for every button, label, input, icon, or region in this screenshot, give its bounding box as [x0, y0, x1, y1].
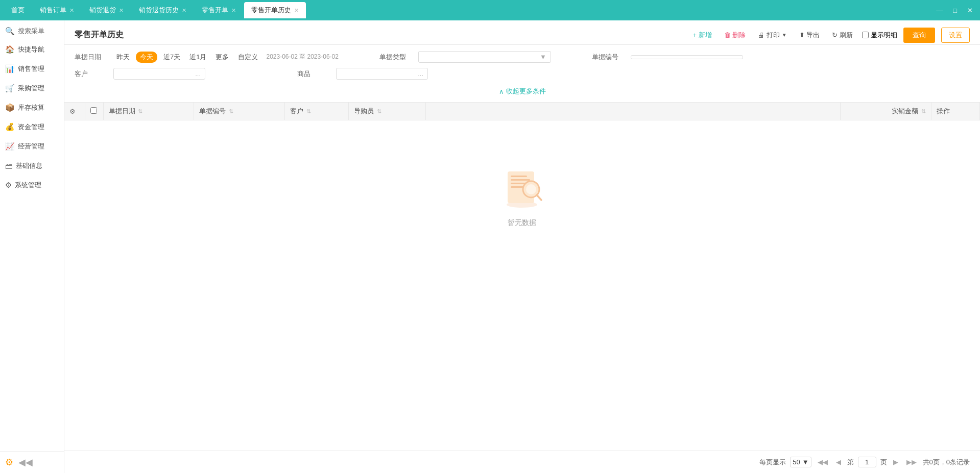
filter-row-2: 客户 ... 商品 ...: [75, 68, 970, 80]
sidebar-item-label: 库存核算: [18, 103, 44, 112]
print-button[interactable]: 🖨 打印 ▼: [755, 29, 790, 42]
per-page-label: 每页显示: [759, 458, 786, 467]
customer-filter-input[interactable]: ...: [113, 68, 205, 80]
sidebar-item-label: 销售管理: [18, 64, 44, 73]
page-number-input[interactable]: [858, 457, 876, 467]
display-detail-checkbox[interactable]: [862, 32, 869, 38]
customer-sort-icon[interactable]: ⇅: [306, 108, 311, 114]
billno-filter-input[interactable]: [631, 55, 743, 59]
sidebar-item-sales-mgmt[interactable]: 📊 销售管理: [0, 59, 64, 79]
th-amount: 实销金额 ⇅: [840, 103, 931, 120]
empty-illustration: [496, 161, 547, 212]
add-button[interactable]: + 新增: [689, 29, 714, 42]
sidebar-item-label: 快捷导航: [18, 45, 44, 54]
sidebar-item-inventory[interactable]: 📦 库存核算: [0, 98, 64, 117]
sidebar-search[interactable]: 🔍 搜索采单: [0, 22, 64, 40]
th-spacer: [426, 103, 840, 120]
delete-button[interactable]: 🗑 删除: [721, 29, 749, 42]
sidebar-item-quick-nav[interactable]: 🏠 快捷导航: [0, 40, 64, 59]
tab-close-retail-open-history[interactable]: ✕: [294, 7, 299, 14]
settings-bottom-icon[interactable]: ⚙: [5, 457, 13, 468]
th-date: 单据日期 ⇅: [103, 103, 194, 120]
page-suffix-label: 页: [880, 458, 887, 467]
tab-home[interactable]: 首页: [4, 2, 32, 18]
main-layout: 🔍 搜索采单 🏠 快捷导航 📊 销售管理 🛒 采购管理 📦 库存核算 💰 资金管…: [0, 20, 980, 473]
tab-sales-return-history[interactable]: 销货退货历史 ✕: [132, 2, 194, 18]
collapse-sidebar-button[interactable]: ◀◀: [18, 457, 33, 468]
filter-area: 单据日期 昨天 今天 近7天 近1月 更多 自定义 2023-06-02 至 2…: [64, 45, 980, 103]
billno-sort-icon[interactable]: ⇅: [229, 108, 233, 114]
per-page-select[interactable]: 50 ▼: [790, 457, 811, 467]
prev-page-button[interactable]: ◀: [834, 457, 843, 467]
collapse-filter-button[interactable]: ∧ 收起更多条件: [75, 85, 970, 98]
system-icon: ⚙: [5, 181, 12, 190]
select-all-checkbox[interactable]: [90, 107, 97, 114]
tab-bar: 首页 销售订单 ✕ 销货退货 ✕ 销货退货历史 ✕ 零售开单 ✕ 零售开单历史 …: [0, 0, 980, 20]
export-button[interactable]: ⬆ 导出: [796, 29, 823, 42]
tab-close-sales-return-history[interactable]: ✕: [182, 7, 186, 14]
date-7days[interactable]: 近7天: [160, 52, 183, 63]
customer-input-dots: ...: [195, 70, 201, 78]
th-check[interactable]: [85, 103, 103, 120]
next-page-button[interactable]: ▶: [891, 457, 900, 467]
th-customer: 客户 ⇅: [285, 103, 349, 120]
close-button[interactable]: ✕: [964, 6, 976, 15]
first-page-button[interactable]: ◀◀: [816, 457, 830, 467]
amount-sort-icon[interactable]: ⇅: [921, 108, 926, 114]
print-arrow-icon: ▼: [782, 32, 787, 38]
th-guide: 导购员 ⇅: [349, 103, 426, 120]
date-range-display: 2023-06-02 至 2023-06-02: [266, 53, 338, 61]
guide-sort-icon[interactable]: ⇅: [377, 108, 381, 114]
sidebar-item-label: 基础信息: [16, 161, 42, 170]
table-header-row: ⚙ 单据日期 ⇅ 单据编号 ⇅: [64, 103, 980, 120]
sidebar-item-system-mgmt[interactable]: ⚙ 系统管理: [0, 176, 64, 195]
th-settings[interactable]: ⚙: [64, 103, 85, 120]
tab-sales-order[interactable]: 销售订单 ✕: [33, 2, 81, 18]
per-page-arrow-icon: ▼: [802, 458, 809, 466]
maximize-button[interactable]: □: [950, 6, 960, 15]
sidebar-bottom: ⚙ ◀◀: [0, 451, 64, 473]
tab-sales-return[interactable]: 销货退货 ✕: [82, 2, 131, 18]
setting-button[interactable]: 设置: [941, 28, 970, 43]
date-1month[interactable]: 近1月: [186, 52, 209, 63]
empty-state-row: 暂无数据: [64, 120, 980, 269]
svg-rect-3: [511, 179, 530, 181]
query-button[interactable]: 查询: [903, 28, 935, 43]
tab-close-retail-open[interactable]: ✕: [231, 7, 236, 14]
goods-filter-input[interactable]: ...: [336, 68, 428, 80]
sidebar-item-operations[interactable]: 📈 经营管理: [0, 137, 64, 156]
date-more[interactable]: 更多: [212, 52, 232, 63]
sidebar-item-label: 系统管理: [15, 181, 41, 190]
goods-input-dots: ...: [418, 70, 423, 78]
empty-state: 暂无数据: [64, 120, 980, 268]
table-wrap: ⚙ 单据日期 ⇅ 单据编号 ⇅: [64, 103, 980, 451]
th-action: 操作: [931, 103, 979, 120]
customer-filter-label: 客户: [75, 69, 103, 79]
date-yesterday[interactable]: 昨天: [113, 52, 133, 63]
tab-close-sales-order[interactable]: ✕: [69, 7, 74, 14]
sidebar-item-purchase-mgmt[interactable]: 🛒 采购管理: [0, 79, 64, 98]
sidebar-item-basic-info[interactable]: 🗃 基础信息: [0, 156, 64, 176]
pagination: 每页显示 50 ▼ ◀◀ ◀ 第 页 ▶ ▶▶ 共0页，0条记录: [64, 451, 980, 473]
tab-retail-open-history[interactable]: 零售开单历史 ✕: [244, 2, 306, 18]
search-icon: 🔍: [5, 27, 15, 36]
th-bill-no: 单据编号 ⇅: [194, 103, 285, 120]
date-sort-icon[interactable]: ⇅: [138, 108, 142, 114]
sidebar-item-finance[interactable]: 💰 资金管理: [0, 117, 64, 137]
date-today[interactable]: 今天: [136, 52, 157, 63]
table-body: 暂无数据: [64, 120, 980, 269]
type-filter-select[interactable]: ▼: [418, 51, 551, 63]
filter-row-1: 单据日期 昨天 今天 近7天 近1月 更多 自定义 2023-06-02 至 2…: [75, 51, 970, 63]
inventory-icon: 📦: [5, 103, 15, 112]
date-filter-group: 昨天 今天 近7天 近1月 更多 自定义 2023-06-02 至 2023-0…: [113, 52, 339, 63]
display-detail-checkbox-wrap[interactable]: 显示明细: [862, 31, 897, 40]
table-settings-icon[interactable]: ⚙: [69, 108, 76, 115]
tab-retail-open[interactable]: 零售开单 ✕: [195, 2, 243, 18]
date-custom[interactable]: 自定义: [235, 52, 261, 63]
basic-info-icon: 🗃: [5, 162, 13, 170]
svg-rect-4: [511, 183, 525, 184]
refresh-button[interactable]: ↻ 刷新: [829, 29, 856, 42]
tab-close-sales-return[interactable]: ✕: [119, 7, 124, 14]
last-page-button[interactable]: ▶▶: [904, 457, 919, 467]
minimize-button[interactable]: —: [933, 6, 946, 15]
